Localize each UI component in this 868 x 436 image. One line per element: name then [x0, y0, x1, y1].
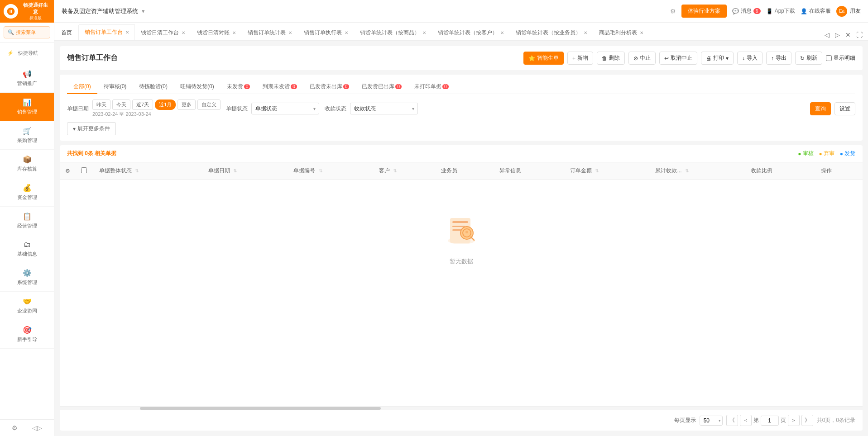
svg-point-8 — [465, 231, 468, 233]
page-size-select[interactable]: 10 20 50 100 — [700, 416, 723, 426]
filter-tab-not-shipped[interactable]: 未发货0 — [221, 80, 257, 94]
finance-icon: 💰 — [23, 184, 32, 192]
stop-button[interactable]: ⊘ 中止 — [628, 52, 656, 65]
date-yesterday-btn[interactable]: 昨天 — [92, 100, 110, 110]
date-more-btn[interactable]: 更多 — [177, 100, 196, 110]
settings-icon[interactable]: ⚙ — [670, 8, 676, 15]
shipped-out-badge: 0 — [395, 84, 402, 89]
tab-sales-stats[interactable]: 销售订单统计表 ✕ — [242, 25, 298, 40]
tab-sales-by-product[interactable]: 销货单统计表（按商品） ✕ — [354, 25, 432, 40]
tab-label: 钱货日清工作台 — [141, 29, 179, 37]
query-button[interactable]: 查询 — [810, 102, 831, 115]
tab-cash-reconcile[interactable]: 钱货日清对账 ✕ — [191, 25, 242, 40]
select-all-checkbox[interactable] — [81, 167, 87, 173]
filter-tab-pending-pick[interactable]: 待拣验货(0) — [133, 80, 174, 94]
cancel-stop-button[interactable]: ↩ 取消中止 — [659, 52, 697, 65]
page-last-button[interactable]: 》 — [801, 415, 813, 426]
print-button[interactable]: 🖨 打印 ▾ — [701, 52, 734, 65]
search-menu-button[interactable]: 🔍 智能生单 搜索菜单 — [4, 26, 50, 38]
refresh-button[interactable]: ↻ 刷新 — [795, 52, 822, 65]
ship-button[interactable]: ● 发货 — [840, 150, 855, 157]
sidebar-item-enterprise[interactable]: 🤝 企业协同 — [0, 292, 54, 320]
filter-tab-pending-review[interactable]: 待审核(0) — [97, 80, 133, 94]
page-first-button[interactable]: 《 — [726, 415, 738, 426]
th-amount: 订单金额 ⇅ — [565, 162, 650, 180]
filter-tab-wangpu[interactable]: 旺铺待发货(0) — [174, 80, 221, 94]
sort-icon: ⇅ — [393, 168, 397, 173]
scrollbar-area[interactable] — [60, 406, 863, 410]
tab-sales-by-staff[interactable]: 销货单统计表（按业务员） ✕ — [510, 25, 593, 40]
quick-nav-item[interactable]: ⚡ 快捷导航 — [4, 46, 50, 60]
sidebar-item-newbie[interactable]: 🎯 新手引导 — [0, 320, 54, 349]
sidebar-item-system[interactable]: ⚙️ 系统管理 — [0, 263, 54, 292]
tab-sales-exec[interactable]: 销售订单执行表 ✕ — [298, 25, 354, 40]
payment-select[interactable]: 收款状态 — [350, 103, 418, 114]
system-title-text: 装备及固定资产辅助管理系统 — [62, 7, 138, 15]
sidebar-item-operations[interactable]: 📋 经营管理 — [0, 207, 54, 235]
message-button[interactable]: 💬 消息 6 — [732, 7, 761, 15]
user-label: 用友 — [850, 7, 861, 15]
tab-fullscreen-button[interactable]: ⛶ — [854, 29, 864, 40]
tab-close-icon[interactable]: ✕ — [500, 30, 504, 35]
th-ratio: 收款比例 — [745, 162, 816, 180]
tab-close-icon[interactable]: ✕ — [288, 30, 292, 35]
industry-solution-button[interactable]: 体验行业方案 — [681, 5, 727, 18]
sort-icon: ⇅ — [685, 168, 689, 173]
sidebar-item-basics[interactable]: 🗂 基础信息 — [0, 235, 54, 263]
scrollbar-thumb[interactable] — [140, 407, 381, 410]
sidebar-item-inventory[interactable]: 📦 库存核算 — [0, 150, 54, 178]
service-button[interactable]: 👤 在线客服 — [801, 7, 831, 15]
tab-close-icon[interactable]: ✕ — [232, 30, 236, 35]
expand-conditions-button[interactable]: ▾ 展开更多条件 — [67, 122, 116, 135]
collapse-button[interactable]: ◁▷ — [32, 424, 42, 431]
tab-close-icon[interactable]: ✕ — [345, 30, 348, 35]
export-button[interactable]: ↑ 导出 — [766, 52, 791, 65]
import-icon: ↓ — [742, 55, 745, 62]
filter-settings-button[interactable]: 设置 — [834, 102, 855, 115]
delete-button[interactable]: 🗑 删除 — [597, 52, 625, 65]
tab-cash-daily[interactable]: 钱货日清工作台 ✕ — [135, 25, 191, 40]
tab-sales-workbench[interactable]: 销售订单工作台 ✕ — [79, 24, 135, 41]
page-next-button[interactable]: ＞ — [788, 415, 800, 426]
approve-button[interactable]: ● 审核 — [798, 150, 813, 157]
sidebar-item-purchase[interactable]: 🛒 采购管理 — [0, 121, 54, 150]
page-input[interactable] — [761, 416, 779, 426]
status-select[interactable]: 单据状态 — [251, 103, 319, 114]
date-today-btn[interactable]: 今天 — [112, 100, 130, 110]
import-button[interactable]: ↓ 导入 — [737, 52, 762, 65]
tab-next-button[interactable]: ▷ — [833, 29, 842, 40]
filter-tab-shipped-not-out[interactable]: 已发货未出库0 — [303, 80, 356, 94]
sidebar-item-label: 库存核算 — [17, 166, 37, 172]
filter-tab-not-printed[interactable]: 未打印单据0 — [408, 80, 455, 94]
tab-close-icon[interactable]: ✕ — [182, 30, 185, 35]
tab-close-icon[interactable]: ✕ — [640, 30, 643, 35]
show-detail-checkbox[interactable] — [826, 55, 832, 61]
tab-close-icon[interactable]: ✕ — [422, 30, 426, 35]
tab-sales-by-customer[interactable]: 销货单统计表（按客户） ✕ — [432, 25, 510, 40]
column-settings-icon[interactable]: ⚙ — [65, 168, 70, 174]
page-prev-button[interactable]: ＜ — [740, 415, 752, 426]
tab-close-icon[interactable]: ✕ — [584, 30, 587, 35]
summary-suffix: 相关单据 — [95, 150, 116, 156]
filter-tab-overdue-ship[interactable]: 到期未发货0 — [256, 80, 303, 94]
th-operation: 操作 — [815, 162, 863, 180]
revoke-button[interactable]: ● 弃审 — [819, 150, 834, 157]
smart-create-button[interactable]: ⭐ 智能生单 — [523, 52, 564, 65]
date-custom-btn[interactable]: 自定义 — [197, 100, 221, 110]
date-7days-btn[interactable]: 近7天 — [132, 100, 153, 110]
sidebar-item-marketing[interactable]: 📢 营销推广 — [0, 64, 54, 93]
tab-close-all-button[interactable]: ✕ — [844, 29, 853, 40]
tab-prev-button[interactable]: ◁ — [823, 29, 831, 40]
date-1month-btn[interactable]: 近1月 — [155, 100, 176, 110]
sidebar-item-sales[interactable]: 📊 销售管理 — [0, 93, 54, 121]
settings-footer-button[interactable]: ⚙ — [12, 424, 18, 431]
filter-tab-all[interactable]: 全部(0) — [67, 80, 97, 94]
tab-close-icon[interactable]: ✕ — [125, 30, 129, 35]
filter-tab-shipped-out[interactable]: 已发货已出库0 — [355, 80, 408, 94]
tab-home[interactable]: 首页 — [54, 25, 79, 40]
page-end-label: 页 — [781, 417, 786, 424]
download-button[interactable]: 📱 App下载 — [766, 7, 795, 15]
sidebar-item-finance[interactable]: 💰 资金管理 — [0, 178, 54, 207]
add-button[interactable]: + 新增 — [567, 52, 593, 65]
tab-margin-analysis[interactable]: 商品毛利分析表 ✕ — [593, 25, 649, 40]
